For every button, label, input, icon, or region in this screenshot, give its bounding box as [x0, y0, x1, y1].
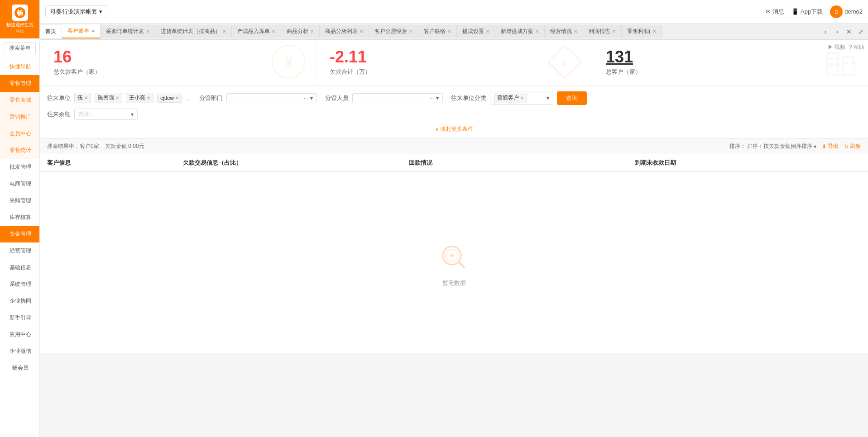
filter-more-tags[interactable]: ...	[186, 95, 191, 102]
tab-retail-profit[interactable]: 零售利润( ✕	[622, 25, 662, 38]
sidebar-item-batch-mgmt[interactable]: 批发管理	[0, 159, 39, 176]
filter-tag-wang: 王小亮 ✕	[126, 93, 153, 103]
sort-dropdown[interactable]: 排序： 排序：按欠款金额倒序排序 ▾	[729, 142, 816, 150]
filter-bar: 往来单位 伍 ✕ 陈民强 ✕ 王小亮 ✕ cjttcw ✕ ...	[40, 86, 868, 139]
balance-dropdown[interactable]: 选择... ▾	[74, 109, 138, 120]
purchase-stats-tab-label: 采购订单统计表	[106, 28, 144, 35]
tab-goods-analysis-list[interactable]: 商品分析列表 ✕	[320, 25, 369, 38]
stats-debt-customers-value: 16	[53, 49, 302, 65]
app-name: 畅捷通好生意	[6, 22, 34, 28]
svg-text:✦: ✦	[561, 59, 569, 69]
stats-bg-icon-yuan: ¥	[270, 44, 307, 81]
tab-close-customer-contact[interactable]: ✕	[447, 29, 451, 34]
tab-close-customer-segment[interactable]: ✕	[409, 29, 412, 34]
tab-close-new-promotion[interactable]: ✕	[535, 29, 539, 34]
tab-new-promotion[interactable]: 新增提成方案 ✕	[495, 25, 545, 38]
filter-tag-chen-close[interactable]: ✕	[115, 95, 119, 100]
account-book-tab-label: 客户账本	[67, 27, 89, 35]
page-content: ¥ 16 总欠款客户（家） ✦ -2.11 欠款合计（万）	[40, 40, 868, 437]
sidebar-item-finance[interactable]: 资金管理	[0, 226, 39, 242]
tab-close-retail-profit[interactable]: ✕	[652, 29, 656, 34]
tab-close-purchase-stats[interactable]: ✕	[146, 29, 149, 34]
tab-close-operation-status[interactable]: ✕	[574, 29, 577, 34]
home-tab-label: 首页	[45, 28, 56, 35]
unit-category-dropdown[interactable]: 普通客户 ✕ ▾	[490, 91, 553, 105]
new-promotion-tab-label: 新增提成方案	[501, 28, 533, 35]
filter-tag-default-close[interactable]: ✕	[84, 95, 88, 100]
tab-profit-report[interactable]: 利润报告 ✕	[583, 25, 622, 38]
dept-more-dots[interactable]: ···	[304, 95, 308, 101]
sidebar-item-newbie[interactable]: 新手引导	[0, 309, 39, 326]
sidebar-item-app-center[interactable]: 应用中心	[0, 326, 39, 343]
account-selector[interactable]: 母婴行业演示帐套 ▾	[45, 5, 107, 18]
sidebar-item-vip[interactable]: 畅会员	[0, 360, 39, 376]
sidebar-item-retail-mgmt[interactable]: 零售管理	[0, 75, 39, 92]
export-button[interactable]: ⬇ 导出	[822, 142, 839, 150]
filter-tag-cjttcw-close[interactable]: ✕	[175, 95, 179, 100]
tab-inbound-stats[interactable]: 进货单统计表（按商品） ✕	[155, 25, 232, 38]
person-dropdown[interactable]: ··· ▾	[352, 93, 443, 103]
goods-analysis-list-tab-label: 商品分析列表	[325, 28, 358, 35]
tab-close-profit-report[interactable]: ✕	[612, 29, 616, 34]
sidebar-item-inventory[interactable]: 库存核算	[0, 209, 39, 226]
filter-tag-chen-label: 陈民强	[98, 94, 114, 102]
tab-cost-inbound[interactable]: 产成品入库单 ✕	[232, 25, 281, 38]
collapse-button[interactable]: ∧ 收起更多条件	[435, 125, 473, 133]
stats-total-customers: ▶ 视频 ? 帮助 131 总客户（家）	[592, 40, 868, 85]
sidebar-item-enterprise-wechat[interactable]: 企业微信	[0, 343, 39, 360]
tab-close-goods-analysis[interactable]: ✕	[310, 29, 314, 34]
sidebar-item-quick-nav[interactable]: 快捷导航	[0, 58, 39, 75]
svg-rect-8	[830, 57, 833, 60]
balance-placeholder: 选择...	[78, 110, 94, 118]
tab-close-account-book[interactable]: ✕	[91, 28, 95, 33]
sidebar-item-ecomm[interactable]: 电商管理	[0, 176, 39, 192]
sidebar-item-marketing[interactable]: 营销推广	[0, 109, 39, 125]
dept-dropdown[interactable]: ··· ▾	[226, 93, 317, 103]
app-download-button[interactable]: 📱 App下载	[791, 8, 823, 16]
person-filter-label: 分管人员	[325, 94, 349, 102]
tab-customer-contact[interactable]: 客户联络 ✕	[418, 25, 457, 38]
tab-operation-status[interactable]: 经营情况 ✕	[545, 25, 583, 38]
tab-promotion-settings[interactable]: 提成设置 ✕	[457, 25, 495, 38]
video-help-link[interactable]: ▶ 视频	[828, 43, 845, 51]
tab-expand[interactable]: ⤢	[855, 26, 866, 37]
sidebar-item-retail-mall[interactable]: 零售商城	[0, 92, 39, 109]
tab-purchase-stats[interactable]: 采购订单统计表 ✕	[101, 25, 155, 38]
sidebar-item-retail-stats[interactable]: 零售统计	[0, 142, 39, 159]
phone-icon: 📱	[791, 8, 799, 15]
sidebar-item-basic-info[interactable]: 基础信息	[0, 259, 39, 276]
sidebar-item-member[interactable]: 会员中心	[0, 125, 39, 142]
tab-scroll-left[interactable]: ‹	[820, 26, 831, 37]
avatar: D	[830, 5, 843, 18]
tab-close-inbound-stats[interactable]: ✕	[222, 29, 226, 34]
person-more-dots[interactable]: ···	[430, 95, 434, 101]
search-menu-button[interactable]: 搜索菜单	[4, 42, 36, 54]
svg-rect-12	[846, 62, 849, 65]
message-button[interactable]: ✉ 消息	[766, 8, 784, 16]
col-repayment: 回款情况	[409, 159, 635, 167]
help-link[interactable]: ? 帮助	[849, 43, 864, 51]
unit-category-tag-close[interactable]: ✕	[520, 95, 524, 100]
tab-scroll-right[interactable]: ›	[832, 26, 843, 37]
refresh-button[interactable]: ↻ 刷新	[844, 142, 861, 150]
user-profile[interactable]: D demo2	[830, 5, 863, 18]
search-result-text: 搜索结果中，客户0家	[47, 143, 99, 149]
tab-close-all[interactable]: ✕	[844, 26, 854, 37]
unit-category-tag: 普通客户 ✕	[494, 93, 527, 103]
sort-label: 排序：	[729, 142, 746, 150]
sidebar-item-enterprise[interactable]: 企业协同	[0, 293, 39, 309]
query-button[interactable]: 查询	[557, 91, 587, 105]
tab-close-goods-analysis-list[interactable]: ✕	[360, 29, 363, 34]
tab-close-promotion-settings[interactable]: ✕	[486, 29, 489, 34]
sidebar-item-system[interactable]: 系统管理	[0, 276, 39, 293]
result-bar: 搜索结果中，客户0家 欠款金额 0.00元 排序： 排序：按欠款金额倒序排序 ▾…	[40, 139, 868, 154]
tab-goods-analysis[interactable]: 商品分析 ✕	[281, 25, 320, 38]
tab-customer-segment[interactable]: 客户分层经营 ✕	[369, 25, 418, 38]
filter-tag-wang-close[interactable]: ✕	[147, 95, 150, 100]
sidebar-item-operation[interactable]: 经营管理	[0, 242, 39, 259]
tab-close-cost-inbound[interactable]: ✕	[272, 29, 275, 34]
tab-account-book[interactable]: 客户账本 ✕	[62, 24, 101, 38]
sidebar-item-purchase[interactable]: 采购管理	[0, 192, 39, 209]
tab-home[interactable]: 首页	[40, 25, 62, 38]
customer-contact-tab-label: 客户联络	[424, 28, 446, 35]
